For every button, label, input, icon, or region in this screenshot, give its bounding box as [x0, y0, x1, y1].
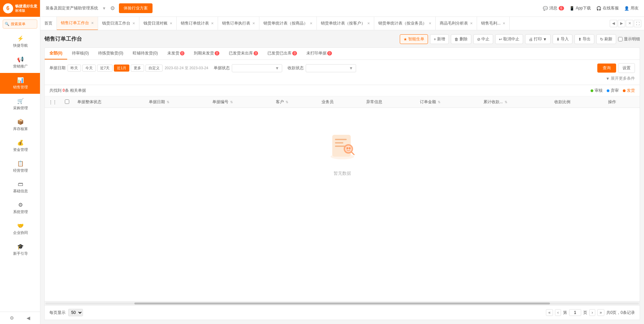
select-all-checkbox[interactable]	[65, 99, 69, 104]
query-btn[interactable]: 查询	[597, 64, 616, 73]
sidebar-item-guide[interactable]: 🎓 新手引导	[0, 239, 40, 260]
prev-page-btn[interactable]: ‹	[555, 309, 561, 316]
subtab-pending[interactable]: 待审核(0)	[67, 48, 94, 59]
settings-icon[interactable]: ⚙	[110, 5, 115, 11]
last-page-btn[interactable]: »	[597, 309, 604, 316]
table-scroll-container[interactable]: ⋮⋮ 单据整体状态 单据日期 ⇅	[45, 96, 640, 301]
tab-cash-daily[interactable]: 钱货日清工作台 ✕	[98, 17, 139, 30]
sidebar-item-basic-info[interactable]: 🗃 基础信息	[0, 177, 40, 198]
sidebar-item-finance[interactable]: 💰 资金管理	[0, 135, 40, 156]
stop-btn[interactable]: ⊘ 中止	[473, 34, 493, 44]
subtab-shipped-out[interactable]: 已发货已出库0	[263, 48, 302, 59]
show-detail-label[interactable]: 显示明细	[618, 36, 640, 42]
online-service-btn[interactable]: 🎧 在线客服	[596, 5, 619, 11]
tab-close-cash-daily[interactable]: ✕	[132, 22, 135, 25]
refresh-btn[interactable]: ↻ 刷新	[596, 34, 616, 44]
tab-sales-exec[interactable]: 销售订单执行表 ✕	[218, 17, 259, 30]
subtab-not-shipped[interactable]: 未发货0	[163, 48, 189, 59]
sidebar-item-system[interactable]: ⚙ 系统管理	[0, 198, 40, 218]
user-btn[interactable]: 👤 用友	[624, 5, 639, 11]
tab-close-sales-product[interactable]: ✕	[310, 22, 312, 25]
smart-order-btn[interactable]: ★ 智能生单	[400, 34, 428, 44]
tab-profit[interactable]: 商品毛利分析表 ✕	[436, 17, 477, 30]
tab-sales-customer[interactable]: 销货单统计表（按客户） ✕	[317, 17, 374, 30]
tab-sales-stat[interactable]: 销售订单统计表 ✕	[177, 17, 218, 30]
tab-close-sales-order[interactable]: ✕	[91, 21, 94, 25]
subtab-all[interactable]: 全部(0)	[45, 48, 67, 59]
scrollbar-thumb[interactable]	[134, 302, 550, 305]
th-number[interactable]: 单据编号 ⇅	[208, 96, 272, 108]
th-checkbox[interactable]	[61, 96, 73, 108]
date-btn-7days[interactable]: 近7天	[97, 65, 113, 72]
sidebar-item-operations[interactable]: 📋 经营管理	[0, 156, 40, 177]
sidebar-item-purchase[interactable]: 🛒 采购管理	[0, 94, 40, 115]
date-btn-custom[interactable]: 自定义	[145, 65, 163, 72]
industry-btn[interactable]: 体验行业方案	[119, 3, 153, 13]
collapse-btn[interactable]: ◀	[27, 315, 30, 321]
tab-close-cash-reconcile[interactable]: ✕	[170, 22, 172, 25]
tab-sales-staff[interactable]: 销货单统计表（按业务员） ✕	[374, 17, 436, 30]
sidebar-item-cooperation[interactable]: 🤝 企业协同	[0, 218, 40, 239]
tab-scroll-left[interactable]: ◀	[610, 20, 617, 27]
subtab-shipped-not-out[interactable]: 已发货未出库0	[224, 48, 263, 59]
print-btn[interactable]: 🖨 打印 ▼	[525, 34, 551, 44]
date-btn-more[interactable]: 更多	[131, 65, 144, 72]
date-btn-today[interactable]: 今天	[82, 65, 96, 72]
tab-close-sales-exec[interactable]: ✕	[252, 22, 255, 25]
subtab-pending-inspect[interactable]: 待拣货验货(0)	[93, 48, 128, 59]
next-page-btn[interactable]: ›	[589, 309, 595, 316]
import-btn[interactable]: ⬇ 导入	[553, 34, 572, 44]
sidebar-item-inventory[interactable]: 📦 库存核算	[0, 115, 40, 135]
th-actions: 操作	[604, 96, 640, 108]
tab-maximize[interactable]: ⛶	[634, 20, 641, 27]
settings-bottom-btn[interactable]: ⚙	[10, 315, 14, 321]
pagination-right: « ‹ 第 页 › » 共0页，0条记录	[546, 309, 635, 316]
status-select[interactable]: ▼	[232, 64, 282, 72]
tab-close-sales-gross[interactable]: ✕	[503, 22, 505, 25]
cancel-review-action[interactable]: 弃审	[607, 88, 619, 93]
message-btn[interactable]: 💬 消息 6	[543, 5, 564, 11]
subtab-overdue[interactable]: 到期未发货0	[189, 48, 224, 59]
app-download-btn[interactable]: 📱 App下载	[569, 5, 591, 11]
tab-home[interactable]: 首页	[40, 17, 57, 30]
review-action[interactable]: 审核	[591, 88, 603, 93]
tab-close-sales-customer[interactable]: ✕	[367, 22, 370, 25]
tab-sales-gross[interactable]: 销售毛利... ✕	[477, 17, 510, 30]
add-btn[interactable]: + 新增	[430, 34, 449, 44]
payment-select[interactable]: ▼	[306, 64, 356, 72]
sidebar-item-marketing[interactable]: 📢 营销推广	[0, 52, 40, 73]
tab-sales-product[interactable]: 销货单统计表（按商品） ✕	[259, 17, 317, 30]
tab-scroll-right[interactable]: ▶	[618, 20, 625, 27]
tab-close-all[interactable]: ✕	[626, 20, 633, 27]
cancel-stop-btn[interactable]: ↩ 取消中止	[495, 34, 523, 44]
ship-action[interactable]: 发货	[623, 88, 635, 93]
date-btn-1month[interactable]: 近1月	[114, 65, 129, 72]
sidebar-item-quick-nav[interactable]: ⚡ 快捷导航	[0, 31, 40, 52]
search-menu-btn[interactable]: 🔍 搜索菜单	[3, 19, 37, 29]
tab-close-sales-stat[interactable]: ✕	[211, 22, 214, 25]
system-title: 装备及固定资产辅助管理系统	[46, 5, 98, 11]
tab-sales-order[interactable]: 销售订单工作台 ✕	[57, 17, 98, 30]
set-btn[interactable]: 设置	[618, 63, 635, 73]
tab-close-sales-staff[interactable]: ✕	[429, 22, 431, 25]
tab-close-profit[interactable]: ✕	[470, 22, 473, 25]
delete-btn[interactable]: 🗑 删除	[451, 34, 471, 44]
date-btn-yesterday[interactable]: 昨天	[68, 65, 81, 72]
th-amount[interactable]: 订单金额 ⇅	[416, 96, 479, 108]
expand-btn[interactable]: ▼ 展开更多条件	[606, 76, 635, 81]
export-btn[interactable]: ⬆ 导出	[574, 34, 594, 44]
subtab-not-printed[interactable]: 未打印单据0	[302, 48, 337, 59]
th-date[interactable]: 单据日期 ⇅	[145, 96, 208, 108]
th-salesperson[interactable]: 业务员	[317, 96, 362, 108]
th-received[interactable]: 累计收款... ⇅	[479, 96, 550, 108]
th-customer[interactable]: 客户 ⇅	[272, 96, 317, 108]
show-detail-checkbox[interactable]	[618, 37, 622, 41]
tab-cash-reconcile[interactable]: 钱货日清对账 ✕	[139, 17, 177, 30]
page-size-select[interactable]: 50	[68, 309, 83, 316]
horizontal-scrollbar[interactable]	[45, 301, 640, 305]
sidebar-item-sales[interactable]: 📊 销售管理	[0, 73, 40, 94]
subtab-wangpu[interactable]: 旺铺待发货(0)	[128, 48, 163, 59]
first-page-btn[interactable]: «	[546, 309, 553, 316]
status-filter-label: 单据状态	[214, 65, 230, 71]
page-input[interactable]	[569, 309, 581, 316]
